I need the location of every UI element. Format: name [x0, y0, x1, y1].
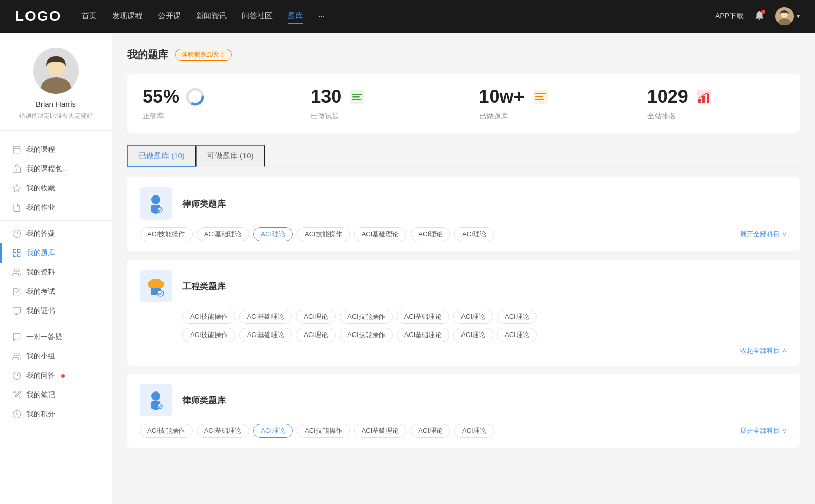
oneonone-icon	[12, 332, 21, 342]
tag-2[interactable]: ACI理论	[253, 227, 293, 241]
sidebar-item-profile[interactable]: 我的资料	[0, 263, 112, 282]
nav-opencourse[interactable]: 公开课	[158, 9, 181, 24]
page-title: 我的题库	[127, 48, 168, 62]
nav-news[interactable]: 新闻资讯	[196, 9, 227, 24]
nav-more[interactable]: ···	[318, 9, 325, 24]
tag-1[interactable]: ACI基础理论	[197, 227, 250, 241]
trial-badge: 体验剩余23天！	[175, 49, 232, 61]
sidebar: Brian Harris 错误的决定比没有决定要好 我的课程 我的课程包... …	[0, 33, 112, 504]
ltag2-3[interactable]: ACI技能操作	[297, 424, 350, 438]
done-banks-value: 10w+	[479, 86, 525, 107]
done-questions-label: 已做试题	[311, 111, 448, 121]
ltag2-6[interactable]: ACI理论	[454, 424, 494, 438]
sidebar-item-cert[interactable]: 我的证书	[0, 301, 112, 321]
main-content: 我的题库 体验剩余23天！ 55% 正确率	[112, 33, 815, 504]
svg-rect-46	[154, 279, 158, 282]
etag-r2-0[interactable]: ACI技能操作	[182, 328, 235, 342]
etag-r1-4[interactable]: ACI基础理论	[397, 310, 450, 324]
tag-3[interactable]: ACI技能操作	[297, 227, 350, 241]
qanda-icon	[12, 371, 21, 380]
notification-bell[interactable]	[754, 10, 765, 23]
engineer-tags-row2: ACI技能操作 ACI基础理论 ACI理论 ACI技能操作 ACI基础理论 AC…	[182, 328, 787, 342]
ltag2-5[interactable]: ACI理论	[411, 424, 450, 438]
svg-point-49	[157, 290, 164, 296]
sidebar-divider-1	[0, 220, 112, 221]
sidebar-item-points[interactable]: 我的积分	[0, 405, 112, 424]
tag-6[interactable]: ACI理论	[454, 227, 494, 241]
rank-icon	[694, 87, 714, 106]
collapse-btn[interactable]: 收起全部科目 ∧	[140, 346, 787, 355]
sidebar-item-package[interactable]: 我的课程包...	[0, 159, 112, 179]
svg-rect-13	[13, 249, 16, 252]
expand-btn-1[interactable]: 展开全部科目 ∨	[740, 230, 787, 239]
etag-r1-0[interactable]: ACI技能操作	[182, 310, 235, 324]
app-download-button[interactable]: APP下载	[715, 12, 744, 21]
sidebar-item-oneonone[interactable]: 一对一答疑	[0, 327, 112, 347]
points-icon	[12, 410, 21, 419]
etag-r2-2[interactable]: ACI理论	[296, 328, 336, 342]
ltag2-0[interactable]: ACI技能操作	[140, 424, 193, 438]
engineer-avatar	[140, 270, 172, 302]
sidebar-item-group[interactable]: 我的小组	[0, 347, 112, 366]
sidebar-item-course[interactable]: 我的课程	[0, 140, 112, 159]
nav-home[interactable]: 首页	[82, 9, 97, 24]
sidebar-item-exam[interactable]: 我的考试	[0, 282, 112, 301]
tab-available[interactable]: 可做题库 (10)	[196, 145, 265, 167]
svg-point-39	[151, 195, 160, 204]
stat-rank: 1029 全站排名	[632, 74, 800, 133]
etag-r1-3[interactable]: ACI技能操作	[340, 310, 393, 324]
nav-bank[interactable]: 题库	[288, 9, 303, 24]
tag-0[interactable]: ACI技能操作	[140, 227, 193, 241]
page-wrapper: Brian Harris 错误的决定比没有决定要好 我的课程 我的课程包... …	[0, 33, 815, 504]
expand-btn-3[interactable]: 展开全部科目 ∨	[740, 426, 787, 435]
profile-section: Brian Harris 错误的决定比没有决定要好	[0, 48, 112, 131]
ltag2-2[interactable]: ACI理论	[253, 424, 293, 438]
etag-r1-6[interactable]: ACI理论	[497, 310, 537, 324]
sidebar-item-homework[interactable]: 我的作业	[0, 198, 112, 217]
package-icon	[12, 164, 21, 174]
engineer-title: 工程类题库	[182, 281, 226, 292]
tag-4[interactable]: ACI基础理论	[354, 227, 407, 241]
etag-r2-5[interactable]: ACI理论	[453, 328, 493, 342]
etag-r1-2[interactable]: ACI理论	[296, 310, 336, 324]
svg-point-50	[151, 391, 160, 401]
tab-done[interactable]: 已做题库 (10)	[127, 145, 196, 167]
sidebar-item-bank[interactable]: 我的题库	[0, 243, 112, 263]
svg-rect-29	[352, 96, 360, 98]
tabs-row: 已做题库 (10) 可做题库 (10)	[127, 145, 800, 167]
sidebar-item-qa[interactable]: 我的答疑	[0, 224, 112, 243]
ltag2-1[interactable]: ACI基础理论	[197, 424, 250, 438]
bank-card-lawyer-1: 律师类题库 ACI技能操作 ACI基础理论 ACI理论 ACI技能操作 ACI基…	[127, 177, 800, 251]
svg-rect-28	[352, 94, 362, 95]
svg-rect-37	[702, 96, 705, 103]
navbar-right: APP下载 ▾	[715, 7, 800, 25]
user-avatar-wrapper[interactable]: ▾	[775, 7, 800, 25]
bank-card-lawyer-2: 律师类题库 ACI技能操作 ACI基础理论 ACI理论 ACI技能操作 ACI基…	[127, 374, 800, 448]
navbar: LOGO 首页 发现课程 公开课 新闻资讯 问答社区 题库 ··· APP下载 …	[0, 0, 815, 33]
notification-dot	[761, 10, 765, 14]
svg-rect-30	[352, 99, 361, 100]
etag-r2-1[interactable]: ACI基础理论	[239, 328, 292, 342]
sidebar-item-notes[interactable]: 我的笔记	[0, 385, 112, 405]
svg-marker-10	[13, 185, 21, 192]
tag-5[interactable]: ACI理论	[411, 227, 450, 241]
etag-r2-3[interactable]: ACI技能操作	[340, 328, 393, 342]
done-questions-icon	[347, 87, 367, 106]
nav-qa[interactable]: 问答社区	[242, 9, 273, 24]
accuracy-value: 55%	[143, 86, 179, 107]
stat-done-banks: 10w+ 已做题库	[464, 74, 632, 133]
group-icon	[12, 352, 21, 361]
etag-r2-4[interactable]: ACI基础理论	[397, 328, 450, 342]
etag-r2-6[interactable]: ACI理论	[497, 328, 537, 342]
etag-r1-5[interactable]: ACI理论	[453, 310, 493, 324]
sidebar-item-qanda[interactable]: 我的问答	[0, 366, 112, 385]
nav-discover[interactable]: 发现课程	[112, 9, 143, 24]
ltag2-4[interactable]: ACI基础理论	[354, 424, 407, 438]
done-banks-label: 已做题库	[479, 111, 616, 121]
etag-r1-1[interactable]: ACI基础理论	[239, 310, 292, 324]
sidebar-menu: 我的课程 我的课程包... 我的收藏 我的作业 我的答疑	[0, 136, 112, 428]
sidebar-item-favorites[interactable]: 我的收藏	[0, 179, 112, 198]
svg-rect-32	[535, 93, 546, 94]
profile-avatar	[33, 48, 79, 94]
svg-rect-14	[18, 249, 20, 252]
